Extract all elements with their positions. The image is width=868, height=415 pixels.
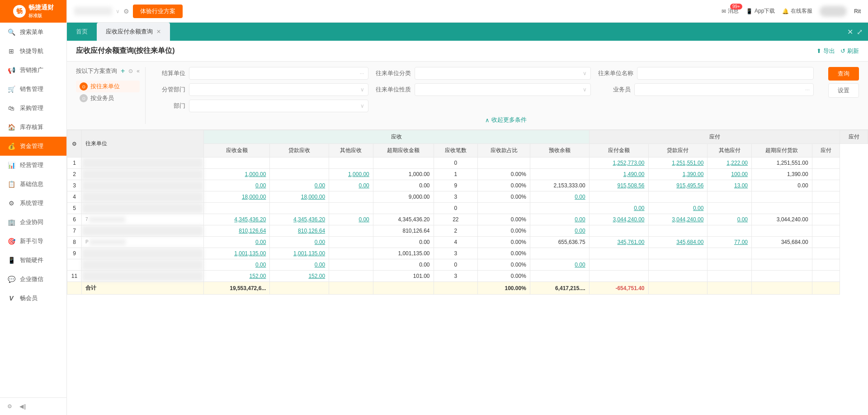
- sidebar-item-member[interactable]: V 畅会员: [0, 289, 66, 308]
- filter-dept-manage: 分管部门 ∨: [153, 83, 368, 96]
- page-area: 应收应付余额查询(按往来单位) ⬆ 导出 ↺ 刷新 按以下方案查询: [67, 41, 868, 415]
- scheme-unit-icon: ⊙: [80, 82, 88, 91]
- partner-header: 往来单位: [82, 130, 204, 157]
- filter-settlement-unit: 结算单位 ···: [153, 67, 368, 80]
- table-row: 9 1,001,135.00 1,001,135.00 1,001,135.00…: [67, 248, 868, 259]
- sidebar-item-sales[interactable]: 🛒 销售管理: [0, 80, 66, 99]
- message-icon: ✉: [722, 8, 726, 14]
- filter-unit-nature: 往来单位性质 ∨: [376, 83, 591, 96]
- sidebar-item-enterprise[interactable]: 🏢 企业协同: [0, 213, 66, 232]
- sidebar-item-operations[interactable]: 📊 经营管理: [0, 156, 66, 175]
- refresh-button[interactable]: ↺ 刷新: [840, 47, 859, 55]
- tab-expand-icon[interactable]: ⤢: [857, 28, 863, 36]
- message-button[interactable]: ✉ 消息 99+: [722, 7, 739, 15]
- refresh-icon: ↺: [840, 48, 845, 54]
- sidebar-logo: 畅 畅捷通财 标准版: [0, 0, 66, 23]
- filter-collapse-icon[interactable]: «: [137, 68, 140, 74]
- scheme-by-unit[interactable]: ⊙ 按往来单位: [76, 81, 140, 92]
- category-arrow: ∨: [583, 70, 587, 76]
- sidebar-item-marketing[interactable]: 📢 营销推广: [0, 61, 66, 80]
- table-row: 8 P 0.00 0.00 0.00 4 0.00% 655,636.75 34…: [67, 237, 868, 248]
- logo-name: 畅捷通财: [28, 4, 54, 12]
- sidebar-item-inventory[interactable]: 🏠 库存核算: [0, 118, 66, 137]
- total-ar-amount[interactable]: 19,553,472,6...: [204, 282, 270, 295]
- table-settings-cell[interactable]: ⚙: [67, 130, 82, 157]
- table-row: 2 1,000.00 1,000.00 1,000.00 1 0.00% 1,4…: [67, 169, 868, 180]
- purchase-icon: 🛍: [7, 105, 15, 112]
- nature-arrow: ∨: [583, 86, 587, 93]
- dept-manage-arrow: ∨: [360, 86, 364, 93]
- data-table: ⚙ 往来单位 应收 应付 应付 应收金额 贷款应收 其他应收 超期应收金额 应收…: [67, 130, 868, 295]
- filter-unit-name: 往来单位名称: [598, 67, 814, 80]
- app-download-button[interactable]: 📱 App下载: [746, 7, 775, 15]
- tab-home[interactable]: 首页: [67, 23, 97, 41]
- tab-close-all-icon[interactable]: ✕: [847, 28, 853, 36]
- system-icon: ⚙: [7, 200, 15, 207]
- tab-bar-actions: ✕ ⤢: [847, 28, 868, 36]
- dept-manage-input[interactable]: ∨: [189, 83, 368, 96]
- scheme-by-staff[interactable]: ⊙ 按业务员: [76, 92, 140, 104]
- user-avatar: [820, 6, 847, 17]
- page-header: 应收应付余额查询(按往来单位) ⬆ 导出 ↺ 刷新: [67, 41, 868, 62]
- table-total-row: 合计 19,553,472,6... 100.00% 6,417,215....…: [67, 282, 868, 295]
- breadcrumb-sep: ∨: [116, 8, 120, 14]
- scheme-selector: 按以下方案查询 + ⊙ « ⊙ 按往来单位 ⊙ 按业务员: [76, 67, 146, 124]
- sidebar-item-search[interactable]: 🔍 搜索菜单: [0, 23, 66, 42]
- salesman-dots: ···: [805, 86, 810, 93]
- unit-nature-label: 往来单位性质: [376, 86, 411, 94]
- salesman-input[interactable]: ···: [634, 83, 814, 96]
- inventory-icon: 🏠: [7, 124, 15, 131]
- total-ar-ratio: 100.00%: [478, 282, 530, 295]
- settlement-unit-input[interactable]: ···: [189, 67, 368, 80]
- logo-sub: 标准版: [28, 13, 54, 19]
- sidebar-item-purchase[interactable]: 🛍 采购管理: [0, 99, 66, 118]
- collapse-more-button[interactable]: ∧ 收起更多条件: [153, 112, 859, 124]
- ar-prepaid-header: 预收余额: [530, 144, 589, 157]
- sidebar-settings-icon[interactable]: ⚙: [7, 403, 12, 410]
- unit-name-input[interactable]: [637, 67, 814, 80]
- sidebar-item-basic[interactable]: 📋 基础信息: [0, 175, 66, 194]
- hardware-icon: 📱: [7, 257, 15, 264]
- sidebar-item-finance[interactable]: 💰 资金管理: [0, 137, 66, 156]
- filter-settings-icon[interactable]: ⊙: [128, 68, 133, 74]
- unit-category-input[interactable]: ∨: [415, 67, 591, 80]
- export-icon: ⬆: [816, 48, 821, 54]
- ar-group-header: 应收: [204, 130, 589, 144]
- ap-overdue-header: 超期应付货款: [752, 144, 812, 157]
- sidebar-item-hardware[interactable]: 📱 智能硬件: [0, 251, 66, 270]
- settings-button[interactable]: 设置: [828, 83, 859, 98]
- service-button[interactable]: 🔔 在线客服: [782, 7, 812, 15]
- filter-header: 按以下方案查询 + ⊙ «: [76, 67, 140, 75]
- gear-icon[interactable]: ⚙: [123, 8, 129, 15]
- export-label: 导出: [823, 47, 835, 55]
- filter-main-grid: 结算单位 ··· 往来单位分类 ∨ 往来单位名称: [153, 67, 859, 112]
- total-label: 合计: [82, 282, 204, 295]
- app-label: App下载: [755, 7, 775, 15]
- ar-ratio-header: 应收款占比: [478, 144, 530, 157]
- tab-home-label: 首页: [76, 28, 88, 36]
- dept-input[interactable]: ∨: [189, 100, 368, 112]
- table-row: 7 810,126.64 810,126.64 810,126.64 2 0.0…: [67, 225, 868, 237]
- unit-nature-input[interactable]: ∨: [415, 83, 591, 96]
- sidebar-collapse-icon[interactable]: ◀‖: [19, 403, 26, 410]
- query-button[interactable]: 查询: [828, 67, 859, 81]
- unit-category-label: 往来单位分类: [376, 69, 411, 77]
- sidebar-item-system[interactable]: ⚙ 系统管理: [0, 194, 66, 213]
- sidebar-item-guide[interactable]: 🎯 新手引导: [0, 232, 66, 251]
- filter-add-icon[interactable]: +: [121, 67, 125, 75]
- refresh-label: 刷新: [847, 47, 859, 55]
- tab-close-icon[interactable]: ✕: [156, 29, 161, 35]
- table-row: 4 18,000.00 18,000.00 9,000.00 3 0.00% 0…: [67, 191, 868, 203]
- breadcrumb-text: [74, 7, 112, 15]
- ap-group-header: 应付: [589, 130, 840, 144]
- tab-ar-ap[interactable]: 应收应付余额查询 ✕: [97, 23, 170, 41]
- collapse-more-label: 收起更多条件: [491, 116, 527, 124]
- sidebar-item-wechat[interactable]: 💬 企业微信: [0, 270, 66, 289]
- sidebar-menu: 🔍 搜索菜单 ⊞ 快捷导航 📢 营销推广 🛒 销售管理 🛍 采购管理 🏠 库存核…: [0, 23, 66, 397]
- sidebar-item-quick-nav[interactable]: ⊞ 快捷导航: [0, 42, 66, 61]
- sidebar: 畅 畅捷通财 标准版 🔍 搜索菜单 ⊞ 快捷导航 📢 营销推广 🛒 销售管理 🛍…: [0, 0, 67, 415]
- export-button[interactable]: ⬆ 导出: [816, 47, 835, 55]
- sidebar-footer: ⚙ ◀‖: [0, 397, 66, 415]
- promo-button[interactable]: 体验行业方案: [133, 5, 183, 18]
- app-icon: 📱: [746, 8, 753, 14]
